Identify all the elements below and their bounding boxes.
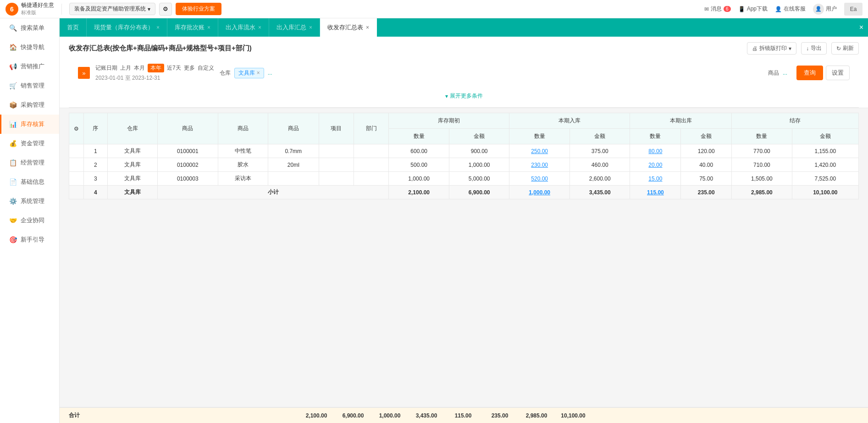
sidebar-item-quick-nav[interactable]: 🏠 快捷导航 [0, 38, 59, 57]
export-label: 导出 [811, 44, 822, 52]
table-settings-header[interactable]: ⚙ [69, 113, 84, 144]
warehouse-tag[interactable]: 文具库 × [234, 68, 264, 78]
subtotal-settings [69, 186, 84, 199]
tab-recv-send[interactable]: 收发存汇总表 × [320, 18, 377, 37]
tab-batch-close[interactable]: × [207, 24, 210, 31]
tab-inventory-dist[interactable]: 现货量（库存分布表） × [87, 18, 167, 37]
online-service-item[interactable]: 👤 在线客服 [775, 5, 806, 13]
row-closing-qty: 710.00 [732, 158, 792, 172]
row-opening-amt: 5,000.00 [449, 172, 509, 186]
table-subhead-in-amt: 金额 [569, 129, 630, 144]
sidebar-item-search[interactable]: 🔍 搜索菜单 [0, 18, 59, 38]
user-item[interactable]: 👤 用户 [813, 4, 837, 15]
row-dept [354, 144, 389, 158]
sidebar-item-marketing[interactable]: 📢 营销推广 [0, 57, 59, 76]
tab-inout-flow-label: 出入库流水 [226, 23, 255, 32]
sidebar-item-newbie-label: 新手引导 [21, 236, 44, 244]
row-in-qty[interactable]: 230.00 [509, 158, 570, 172]
expand-icon: ▾ [445, 93, 448, 99]
export-button[interactable]: ↓ 导出 [801, 42, 827, 55]
row-no: 1 [84, 144, 108, 158]
tab-inout-summary-close[interactable]: × [309, 24, 312, 31]
product-more-button[interactable]: ... [783, 70, 787, 76]
date-option-custom[interactable]: 自定义 [198, 64, 214, 72]
user-avatar-icon: 👤 [813, 4, 824, 15]
tab-home-label: 首页 [67, 23, 79, 32]
sidebar-item-marketing-label: 营销推广 [21, 62, 44, 71]
table-group-out: 本期出库 [630, 113, 732, 129]
table-col-product-code: 商品 [157, 113, 218, 144]
date-option-7days[interactable]: 近7天 [167, 64, 181, 72]
row-in-qty[interactable]: 520.00 [509, 172, 570, 186]
table-subhead-closing-qty: 数量 [732, 129, 792, 144]
sidebar-item-inventory[interactable]: 📊 库存核算 [0, 115, 59, 134]
sidebar-item-finance-label: 资金管理 [21, 139, 44, 148]
footer-out-amt: 235.00 [481, 412, 518, 419]
app-download-item[interactable]: 📱 App下载 [738, 5, 768, 13]
row-out-qty[interactable]: 20.00 [630, 158, 681, 172]
subtotal-closing-amt: 10,100.00 [792, 186, 858, 199]
sidebar-item-enterprise[interactable]: 🤝 企业协同 [0, 211, 59, 230]
row-opening-amt: 1,000.00 [449, 158, 509, 172]
user-avatar[interactable]: Ea [844, 3, 862, 16]
expand-more-row: ▾ 展开更多条件 [78, 89, 850, 103]
print-label: 拆镜版打印 [759, 44, 787, 52]
table-subhead-opening-amt: 金额 [449, 129, 509, 144]
warehouse-tag-close[interactable]: × [257, 70, 260, 76]
settings-icon[interactable]: ⚙ [159, 3, 172, 16]
footer-opening-amt: 6,900.00 [335, 412, 371, 419]
row-out-qty[interactable]: 15.00 [630, 172, 681, 186]
date-filter-label: 记账日期 [95, 64, 117, 72]
refresh-button[interactable]: ↻ 刷新 [831, 42, 859, 55]
subtotal-label: 小计 [157, 186, 388, 199]
marketing-icon: 📢 [9, 63, 17, 70]
tab-inout-summary[interactable]: 出入库汇总 × [269, 18, 320, 37]
subtotal-out-qty[interactable]: 115.00 [630, 186, 681, 199]
sidebar-item-system[interactable]: ⚙️ 系统管理 [0, 192, 59, 211]
row-warehouse: 文具库 [107, 172, 157, 186]
query-button[interactable]: 查询 [796, 66, 823, 80]
row-closing-qty: 770.00 [732, 144, 792, 158]
subtotal-in-qty[interactable]: 1,000.00 [509, 186, 570, 199]
date-option-more[interactable]: 更多 [184, 64, 195, 72]
date-range: 2023-01-01 至 2023-12-31 [95, 74, 214, 82]
tab-inout-flow-close[interactable]: × [258, 24, 261, 31]
tab-inventory-dist-close[interactable]: × [156, 24, 160, 31]
content-close-button[interactable]: × [855, 23, 868, 32]
sidebar-item-finance[interactable]: 💰 资金管理 [0, 134, 59, 153]
row-out-qty[interactable]: 80.00 [630, 144, 681, 158]
row-out-amt: 75.00 [681, 172, 732, 186]
tab-batch[interactable]: 库存批次账 × [167, 18, 218, 37]
message-item[interactable]: ✉ 消息 6 [704, 5, 731, 13]
sidebar-item-basic-info[interactable]: 📄 基础信息 [0, 172, 59, 192]
row-closing-amt: 1,155.00 [792, 144, 858, 158]
tab-home[interactable]: 首页 [60, 18, 87, 37]
sidebar-item-operations[interactable]: 📋 经营管理 [0, 153, 59, 172]
experience-button[interactable]: 体验行业方案 [176, 3, 221, 15]
row-in-qty[interactable]: 250.00 [509, 144, 570, 158]
subtotal-no: 4 [84, 186, 108, 199]
system-selector[interactable]: 装备及固定资产辅助管理系统 ▾ [69, 3, 155, 15]
warehouse-more-button[interactable]: ... [268, 70, 272, 76]
date-option-last-month[interactable]: 上月 [120, 64, 131, 72]
row-settings [69, 172, 84, 186]
message-label: 消息 [711, 5, 722, 13]
filter-expand-button[interactable]: » [78, 67, 90, 79]
tab-inout-flow[interactable]: 出入库流水 × [218, 18, 269, 37]
warehouse-filter: 仓库 文具库 × ... [220, 68, 272, 78]
tab-recv-send-close[interactable]: × [366, 24, 369, 31]
subtotal-warehouse: 文具库 [107, 186, 157, 199]
sidebar-item-newbie[interactable]: 🎯 新手引导 [0, 230, 59, 249]
expand-more-button[interactable]: ▾ 展开更多条件 [445, 89, 483, 103]
main-layout: 🔍 搜索菜单 🏠 快捷导航 📢 营销推广 🛒 销售管理 📦 采购管理 📊 库存核… [0, 18, 868, 423]
expand-more-label: 展开更多条件 [450, 92, 483, 100]
sidebar-item-purchase[interactable]: 📦 采购管理 [0, 95, 59, 115]
filter-settings-button[interactable]: 设置 [826, 66, 850, 80]
row-product-code: 0100002 [157, 158, 218, 172]
table-subhead-in-qty: 数量 [509, 129, 570, 144]
date-option-this-month[interactable]: 本月 [134, 64, 145, 72]
print-button[interactable]: 🖨 拆镜版打印 ▾ [747, 42, 796, 55]
date-option-this-year[interactable]: 本年 [148, 64, 164, 72]
sidebar-item-sales[interactable]: 🛒 销售管理 [0, 76, 59, 95]
basic-info-icon: 📄 [9, 178, 17, 186]
